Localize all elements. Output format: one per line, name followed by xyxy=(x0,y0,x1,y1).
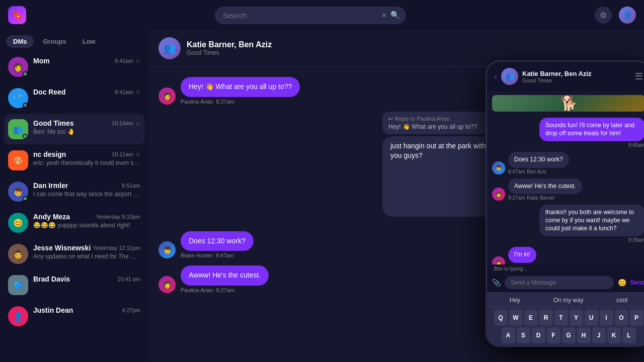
mobile-image-strip: 🐕 xyxy=(492,95,644,112)
status-dot-online xyxy=(23,196,28,201)
chat-header-name: Katie Barner, Ben Aziz xyxy=(187,40,272,49)
mobile-overlay: ‹ 👥 Katie Barner, Ben Aziz Good Times ☰ … xyxy=(486,60,644,347)
star-icon: ☆ xyxy=(135,58,140,64)
key-g[interactable]: G xyxy=(562,327,576,343)
msg-avatar: 👩 xyxy=(158,87,176,105)
conv-time: 10:14am xyxy=(112,120,133,126)
mobile-attach-icon[interactable]: 📎 xyxy=(492,279,501,287)
msg-content: Hey! 👋 What are you all up to?? Paulina … xyxy=(181,77,300,105)
tab-low[interactable]: Low xyxy=(75,35,103,48)
user-avatar[interactable]: 👤 xyxy=(619,7,636,24)
list-item[interactable]: 🩺 Doc Reed 6:41am ☆ xyxy=(4,83,144,113)
status-dot-online xyxy=(23,134,28,139)
key-f[interactable]: F xyxy=(547,327,560,343)
avatar: 👩 xyxy=(8,57,28,77)
mobile-msg-row: 👩 I'm in! 10:03am Katie Barner xyxy=(492,247,644,264)
msg-time: 9:27am xyxy=(216,287,234,293)
conv-info: Mom 6:41am ☆ xyxy=(33,57,140,65)
conv-time: 4:27pm xyxy=(122,307,140,313)
avatar: 🩺 xyxy=(8,88,28,108)
msg-time: 8:27am xyxy=(216,99,234,105)
conv-time: 6:41am xyxy=(115,58,133,64)
suggestion-hey[interactable]: Hey xyxy=(510,297,520,304)
avatar: 😊 xyxy=(8,213,28,233)
settings-button[interactable]: ⚙ xyxy=(595,7,612,24)
conv-info: Andy Meza Yesterday 9:10pm 😂😂😂 yupppp so… xyxy=(33,213,140,229)
list-item[interactable]: 👩 Mom 6:41am ☆ xyxy=(4,52,144,82)
list-item[interactable]: 🔷 Brad Davis 10:41 pm xyxy=(4,270,144,300)
key-o[interactable]: O xyxy=(615,310,628,326)
conv-info: Brad Davis 10:41 pm xyxy=(33,275,140,283)
conv-time: Yesterday 9:10pm xyxy=(96,214,140,220)
msg-bubble: Awww! He's the cutest. xyxy=(181,265,269,286)
conv-name: Brad Davis xyxy=(33,275,70,283)
conv-name: Jesse Wisnewski xyxy=(33,244,91,252)
key-l[interactable]: L xyxy=(622,327,636,343)
key-p[interactable]: P xyxy=(630,310,643,326)
mobile-msg-row: 👩 Awww! He's the cutest. 9:27am Katie Ba… xyxy=(492,178,644,201)
chat-header-info: Katie Barner, Ben Aziz Good Times xyxy=(187,40,272,56)
key-a[interactable]: A xyxy=(502,327,515,343)
chat-header-sub: Good Times xyxy=(187,49,272,56)
conv-preview: Any updates on what I need for The Gen..… xyxy=(33,253,140,260)
key-h[interactable]: H xyxy=(577,327,591,343)
tab-groups[interactable]: Groups xyxy=(36,35,73,48)
key-q[interactable]: Q xyxy=(494,310,508,326)
conv-time: 10:11am xyxy=(112,151,133,157)
conversation-list: 👩 Mom 6:41am ☆ 🩺 xyxy=(0,52,148,362)
list-item-active[interactable]: 👥 Good Times 10:14am ☆ Ben: Me too 🤚 xyxy=(4,114,144,144)
key-k[interactable]: K xyxy=(607,327,621,343)
msg-sender: Paulina Arias xyxy=(181,287,213,293)
conv-name: Doc Reed xyxy=(33,88,66,96)
mobile-msg-row-own: thanks!! you both are welcome to come by… xyxy=(492,205,644,243)
key-t[interactable]: T xyxy=(554,310,568,326)
avatar: 👦 xyxy=(8,182,28,202)
mobile-menu-icon[interactable]: ☰ xyxy=(635,71,643,82)
mobile-msg-row: 👦 Does 12:30 work? 8:47am Ben Aziz xyxy=(492,152,644,174)
chat-header-avatar: 👥 xyxy=(158,37,181,59)
key-d[interactable]: D xyxy=(532,327,545,343)
msg-bubble: Does 12:30 work? xyxy=(181,231,254,251)
mobile-message-input[interactable] xyxy=(505,276,614,289)
key-j[interactable]: J xyxy=(592,327,606,343)
avatar: 👨 xyxy=(8,244,28,264)
suggestion-cool[interactable]: cool xyxy=(616,297,627,304)
suggestion-on-my-way[interactable]: On my way xyxy=(553,297,584,304)
key-s[interactable]: S xyxy=(517,327,530,343)
conv-time: 10:41 pm xyxy=(117,276,140,282)
list-item[interactable]: 😊 Andy Meza Yesterday 9:10pm 😂😂😂 yupppp … xyxy=(4,208,144,238)
key-e[interactable]: E xyxy=(524,310,538,326)
list-item[interactable]: 🎨 nc design 10:11am ☆ eric: yeah theoret… xyxy=(4,145,144,175)
mobile-bubble-im-in: I'm in! xyxy=(508,247,536,263)
keyboard-row-2: A S D F G H J K L xyxy=(489,327,644,343)
list-item[interactable]: 👦 Dan Irmler 6:51am I can come that way … xyxy=(4,176,144,207)
avatar: 🔷 xyxy=(8,275,28,295)
conv-name: nc design xyxy=(33,150,66,158)
key-y[interactable]: Y xyxy=(570,310,583,326)
mobile-emoji-icon[interactable]: 😊 xyxy=(618,279,626,287)
sidebar-tabs: DMs Groups Low xyxy=(0,30,148,52)
keyboard-suggestions: Hey On my way cool xyxy=(489,295,644,307)
key-u[interactable]: U xyxy=(585,310,598,326)
tab-dms[interactable]: DMs xyxy=(6,35,34,48)
search-input[interactable] xyxy=(215,7,406,24)
mobile-send-button[interactable]: Send xyxy=(630,279,644,286)
mobile-keyboard: Hey On my way cool Q W E R T Y U I O P xyxy=(487,292,644,345)
status-dot-offline xyxy=(23,103,28,108)
list-item[interactable]: 👤 Justin Dean 4:27pm xyxy=(4,301,144,331)
key-w[interactable]: W xyxy=(509,310,523,326)
clear-search-icon[interactable]: ✕ xyxy=(381,12,387,19)
search-icon[interactable]: 🔍 xyxy=(390,11,400,20)
key-r[interactable]: R xyxy=(539,310,553,326)
topbar-right: ⚙ 👤 xyxy=(595,7,636,24)
mobile-back-button[interactable]: ‹ xyxy=(494,71,497,82)
mobile-header-info: Katie Barner, Ben Aziz Good Times xyxy=(522,70,631,83)
key-i[interactable]: I xyxy=(600,310,613,326)
mobile-chat-sub: Good Times xyxy=(522,77,631,83)
msg-time: 8:47am xyxy=(216,252,234,258)
list-item[interactable]: 👨 Jesse Wisnewski Yesterday 12:11pm Any … xyxy=(4,239,144,269)
conv-name: Justin Dean xyxy=(33,306,73,314)
msg-bubble: Hey! 👋 What are you all up to?? xyxy=(181,77,300,97)
star-icon: ☆ xyxy=(135,120,140,127)
mobile-avatar-sm: 👩 xyxy=(492,188,505,201)
